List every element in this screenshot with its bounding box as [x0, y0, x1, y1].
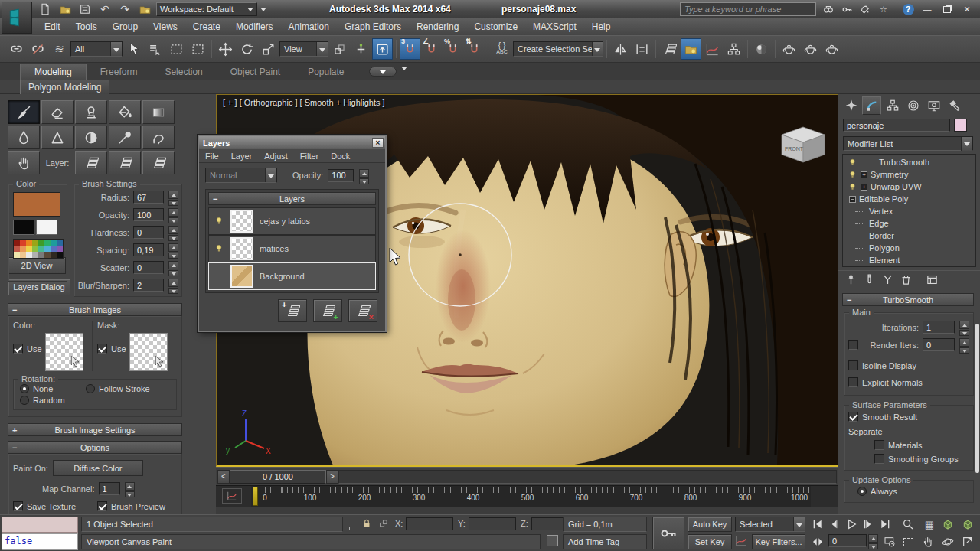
reload-paint-layer-button[interactable] [109, 151, 141, 174]
stack-item-symmetry[interactable]: +Symmetry [843, 168, 975, 181]
select-by-name-icon[interactable] [145, 38, 165, 60]
window-crossing-toggle-icon[interactable] [188, 38, 208, 60]
stack-item-unwrap-uvw[interactable]: +Unwrap UVW [843, 181, 975, 193]
named-selection-sets-icon[interactable]: { }ABC [492, 38, 512, 60]
palette-color[interactable] [51, 252, 57, 258]
select-and-link-icon[interactable] [6, 38, 27, 60]
align-icon[interactable] [632, 38, 652, 60]
key-mode-toggle-icon[interactable] [810, 534, 825, 549]
save-paint-layer-button[interactable] [142, 151, 175, 174]
curve-editor-icon[interactable] [702, 38, 723, 60]
select-and-manipulate-icon[interactable] [351, 38, 371, 60]
object-name-field[interactable] [843, 119, 950, 132]
menu-tools[interactable]: Tools [68, 18, 105, 35]
select-and-move-icon[interactable] [215, 38, 236, 60]
zoom-extents-all-icon[interactable] [957, 517, 978, 532]
bind-to-space-warp-icon[interactable]: ≋ [49, 38, 70, 60]
menu-help[interactable]: Help [584, 18, 619, 35]
mirror-icon[interactable] [610, 38, 631, 60]
play-button[interactable] [844, 517, 859, 532]
auto-key-button[interactable]: Auto Key [688, 517, 732, 532]
menu-rendering[interactable]: Rendering [409, 18, 466, 35]
palette-color[interactable] [38, 240, 44, 246]
favorites-icon[interactable]: ☆ [876, 2, 891, 17]
visibility-bulb-icon[interactable] [848, 170, 858, 180]
palette-color[interactable] [26, 246, 32, 252]
grab-hand-tool[interactable] [8, 151, 40, 174]
tab-modify[interactable] [862, 96, 881, 115]
radius-spinner[interactable] [168, 191, 178, 204]
blur-sharpen-spinner[interactable] [168, 279, 178, 292]
layer-row-cejas-y-labios[interactable]: cejas y labios [208, 207, 376, 235]
select-object-icon[interactable] [123, 38, 144, 60]
palette-color[interactable] [44, 240, 51, 246]
key-login-icon[interactable] [839, 2, 854, 17]
collapse-icon[interactable]: − [849, 196, 856, 203]
previous-frame-button[interactable]: < [217, 470, 230, 484]
rotation-none-radio[interactable] [20, 384, 29, 393]
scene-explorer-icon[interactable] [681, 38, 701, 60]
frame-spinner[interactable] [868, 534, 878, 548]
scatter-spinner[interactable] [168, 261, 178, 274]
undo-icon[interactable]: ↶ [96, 1, 113, 18]
black-color-swatch[interactable] [13, 220, 34, 235]
use-color-checkbox[interactable] [13, 344, 23, 354]
palette-color[interactable] [57, 240, 63, 246]
remove-modifier-icon[interactable] [900, 273, 913, 286]
map-channel-spinner[interactable] [125, 482, 135, 495]
palette-color[interactable] [26, 252, 32, 258]
add-time-tag[interactable]: Add Time Tag [563, 534, 647, 549]
open-mini-curve-editor-icon[interactable] [222, 488, 242, 504]
key-mode-dropdown[interactable]: Selected [735, 517, 805, 532]
palette-color[interactable] [20, 240, 26, 246]
menu-filter[interactable]: Filter [300, 152, 318, 161]
menu-file[interactable]: File [205, 152, 219, 161]
palette-color[interactable] [32, 240, 38, 246]
palette-color[interactable] [20, 246, 26, 252]
materials-checkbox[interactable] [874, 440, 884, 450]
use-mask-checkbox[interactable] [97, 344, 107, 354]
palette-color[interactable] [38, 246, 44, 252]
close-icon[interactable]: × [372, 138, 384, 148]
show-end-result-icon[interactable] [863, 273, 876, 286]
viewport-label[interactable]: [ + ] [ Orthographic ] [ Smooth + Highli… [223, 98, 385, 107]
spacing-field[interactable] [133, 243, 164, 256]
workspace-dropdown[interactable]: Workspace: Default [156, 2, 257, 16]
opacity-field[interactable] [328, 169, 354, 182]
brush-mask-image[interactable] [129, 333, 168, 371]
tab-utilities[interactable] [945, 96, 964, 115]
schematic-view-icon[interactable] [724, 38, 744, 60]
render-setup-icon[interactable] [779, 38, 799, 60]
brush-preview-checkbox[interactable] [97, 501, 107, 511]
x-coordinate-field[interactable] [406, 517, 453, 530]
previous-frame-button[interactable] [827, 517, 842, 532]
sharpen-tool[interactable] [41, 126, 74, 149]
layer-visibility-bulb-icon[interactable] [214, 216, 224, 227]
ribbon-options-icon[interactable] [401, 67, 407, 73]
hardness-field[interactable] [133, 226, 164, 239]
zoom-icon[interactable] [897, 517, 919, 532]
make-unique-icon[interactable] [881, 273, 894, 286]
go-to-start-button[interactable] [810, 517, 825, 532]
time-playhead[interactable] [253, 487, 258, 506]
object-color-swatch[interactable] [954, 119, 967, 132]
palette-color[interactable] [32, 246, 38, 252]
menu-maxscript[interactable]: MAXScript [525, 18, 584, 35]
map-channel-field[interactable] [99, 482, 120, 495]
palette-color[interactable] [14, 246, 20, 252]
open-file-icon[interactable] [57, 1, 74, 18]
opacity-spinner[interactable] [359, 169, 369, 182]
select-and-rotate-icon[interactable] [237, 38, 257, 60]
menu-animation[interactable]: Animation [281, 18, 337, 35]
render-production-icon[interactable] [822, 38, 842, 60]
time-slider-thumb[interactable]: 0 / 1000 [230, 470, 326, 484]
save-texture-checkbox[interactable] [13, 501, 23, 511]
help-icon[interactable]: ? [900, 2, 916, 17]
layer-row-matices[interactable]: matices [208, 235, 376, 262]
unlink-selection-icon[interactable] [28, 38, 48, 60]
layers-rollout[interactable]: −Layers [208, 192, 376, 205]
select-and-scale-icon[interactable] [258, 38, 279, 60]
selection-filter-dropdown[interactable]: All [70, 41, 122, 57]
visibility-bulb-icon[interactable] [848, 182, 858, 192]
palette-color[interactable] [51, 246, 57, 252]
